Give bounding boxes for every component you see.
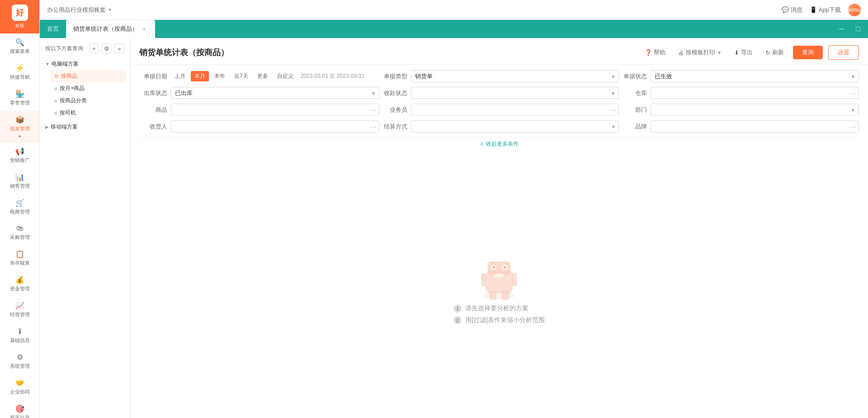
filter-receiver-cell: 收货人 ··· xyxy=(139,120,379,133)
svg-rect-8 xyxy=(481,273,486,286)
refresh-icon: ↻ xyxy=(765,49,770,56)
payment-method-label: 结算方式 xyxy=(379,123,411,131)
sidebar-item-wholesale[interactable]: 📦 批发管理 ▲ xyxy=(0,111,39,142)
receiver-label: 收货人 xyxy=(139,123,171,131)
tree-parent-mobile[interactable]: ▶ 移动端方案 xyxy=(43,121,126,133)
brand-input[interactable] xyxy=(651,120,859,133)
app-download-btn[interactable]: 📱 App下载 xyxy=(810,6,841,14)
date-tab-this-year[interactable]: 本年 xyxy=(211,71,229,81)
product-label: 商品 xyxy=(139,106,171,114)
sidebar-item-system[interactable]: ⚙ 系统管理 xyxy=(0,348,39,374)
bill-type-input[interactable] xyxy=(411,70,619,82)
help-btn[interactable]: ❓ 帮助 xyxy=(641,47,669,58)
tab-sales-stats-label: 销货单统计表（按商品） xyxy=(73,25,138,33)
bill-status-input[interactable] xyxy=(651,70,859,82)
sidebar-item-search[interactable]: 🔍 搜索菜单 xyxy=(0,33,39,59)
filter-stock-status-cell: 出库状态 ▼ xyxy=(139,87,379,99)
user-avatar[interactable]: demo2 xyxy=(848,4,861,16)
department-control: ▼ xyxy=(651,104,859,116)
settings-btn[interactable]: 设置 xyxy=(828,45,859,60)
sidebar-item-quicknav[interactable]: ⚡ 快捷导航 xyxy=(0,59,39,85)
stock-status-input[interactable] xyxy=(171,87,379,99)
sidebar-system-label: 系统管理 xyxy=(10,363,30,370)
panel-add-btn[interactable]: + xyxy=(89,43,99,53)
product-input[interactable] xyxy=(171,104,379,116)
industry-label: 办公用品行业模拟账套 xyxy=(47,6,106,14)
sidebar-item-collab[interactable]: 🤝 企业协同 xyxy=(0,374,39,400)
sidebar-item-marketing[interactable]: 📢 营销推广 xyxy=(0,142,39,168)
date-control: 上月 本月 本年 近7天 更多 自定义 2023-03-01 至 2023-03… xyxy=(171,71,379,81)
salesman-control: ··· xyxy=(411,104,619,116)
sidebar-wholesale-label: 批发管理 xyxy=(10,125,30,132)
department-input[interactable] xyxy=(651,104,859,116)
export-btn[interactable]: ⬇ 导出 xyxy=(731,47,756,58)
tree-child-by-driver[interactable]: ≡ 按司机 xyxy=(51,107,126,119)
by-driver-label: 按司机 xyxy=(60,109,76,117)
salesman-input[interactable] xyxy=(411,104,619,116)
date-tab-this-month[interactable]: 本月 xyxy=(191,71,209,81)
by-product-label: 按商品 xyxy=(61,72,77,80)
export-label: 导出 xyxy=(741,48,753,57)
by-category-icon: ≡ xyxy=(54,98,57,104)
tab-home[interactable]: 首页 xyxy=(40,20,66,38)
left-sidebar: 好 标版 🔍 搜索菜单 ⚡ 快捷导航 🏪 零售管理 📦 批发管理 ▲ 📢 营销推… xyxy=(0,0,40,418)
date-tab-more[interactable]: 更多 xyxy=(254,71,272,81)
tab-bar-right: ─ □ xyxy=(835,23,868,35)
logo-area[interactable]: 好 标版 xyxy=(0,0,39,33)
refresh-btn[interactable]: ↻ 刷新 xyxy=(762,47,788,58)
refresh-label: 刷新 xyxy=(772,48,784,57)
tab-close-btn[interactable]: × xyxy=(141,25,148,33)
sidebar-item-newguide[interactable]: 🎯 新手引导 xyxy=(0,400,39,418)
panel-collapse-btn[interactable]: « xyxy=(114,43,124,53)
sidebar-item-finance[interactable]: 💰 资金管理 xyxy=(0,271,39,297)
message-icon: 💬 xyxy=(782,6,789,13)
tree-child-by-category[interactable]: ≡ 按商品分类 xyxy=(51,95,126,107)
tip-num-1: 1 xyxy=(453,304,462,313)
collapse-bar[interactable]: ∧ 收起更多条件 xyxy=(139,137,859,151)
top-header: 办公用品行业模拟账套 ▼ 💬 消息 📱 App下载 demo2 xyxy=(40,0,868,20)
panel-settings-btn[interactable]: ⚙ xyxy=(102,43,112,53)
sidebar-item-purchase[interactable]: 🛍 采购管理 xyxy=(0,220,39,245)
date-tab-last-month[interactable]: 上月 xyxy=(171,71,189,81)
sidebar-finance-label: 资金管理 xyxy=(10,285,30,292)
minimize-icon: ─ xyxy=(839,25,844,33)
svg-point-5 xyxy=(492,266,495,269)
tab-maximize-btn[interactable]: □ xyxy=(852,23,864,35)
panel-actions: + ⚙ « xyxy=(89,43,124,53)
sidebar-item-inventory[interactable]: 📋 库存核算 xyxy=(0,245,39,271)
warehouse-input[interactable] xyxy=(651,87,859,99)
filter-department-cell: 部门 ▼ xyxy=(619,104,859,116)
filter-product-cell: 商品 ··· xyxy=(139,104,379,116)
industry-selector[interactable]: 办公用品行业模拟账套 ▼ xyxy=(47,6,112,14)
message-btn[interactable]: 💬 消息 xyxy=(782,6,802,14)
tree-parent-desktop[interactable]: ▼ 电脑端方案 xyxy=(43,58,126,70)
date-tab-7days[interactable]: 近7天 xyxy=(231,71,252,81)
tree-child-by-product[interactable]: ⊙ 按商品 xyxy=(51,70,126,82)
by-product-icon: ⊙ xyxy=(54,73,58,79)
print-btn[interactable]: 🖨 按模板打印 ▼ xyxy=(675,47,725,58)
receiver-input[interactable] xyxy=(171,120,379,133)
sidebar-item-retail[interactable]: 🏪 零售管理 xyxy=(0,85,39,111)
wholesale-arrow: ▲ xyxy=(18,133,22,138)
query-btn[interactable]: 查询 xyxy=(793,46,823,59)
tab-minimize-btn[interactable]: ─ xyxy=(835,23,848,35)
inventory-icon: 📋 xyxy=(15,250,24,258)
sidebar-item-ecommerce[interactable]: 🛒 电商管理 xyxy=(0,194,39,220)
collection-status-input[interactable] xyxy=(411,87,619,99)
sidebar-item-sales[interactable]: 📊 销售管理 xyxy=(0,168,39,194)
stock-status-control: ▼ xyxy=(171,87,379,99)
sidebar-item-operations[interactable]: 📈 经营管理 xyxy=(0,297,39,323)
system-icon: ⚙ xyxy=(17,353,23,361)
filter-row-3: 商品 ··· 业务员 ··· 部门 xyxy=(139,104,859,116)
tree-child-by-month-product[interactable]: ≡ 按月+商品 xyxy=(51,82,126,95)
sidebar-item-base-info[interactable]: ℹ 基础信息 xyxy=(0,323,39,348)
panel-section-label: 按以下方案查询 xyxy=(45,45,83,52)
svg-rect-7 xyxy=(495,274,504,277)
newguide-icon: 🎯 xyxy=(15,404,24,413)
payment-method-input[interactable] xyxy=(411,120,619,133)
payment-method-control: ▼ xyxy=(411,120,619,133)
query-label: 查询 xyxy=(802,49,814,56)
tab-sales-stats[interactable]: 销货单统计表（按商品） × xyxy=(66,20,155,38)
date-tab-custom[interactable]: 自定义 xyxy=(274,71,297,81)
purchase-icon: 🛍 xyxy=(16,224,24,233)
